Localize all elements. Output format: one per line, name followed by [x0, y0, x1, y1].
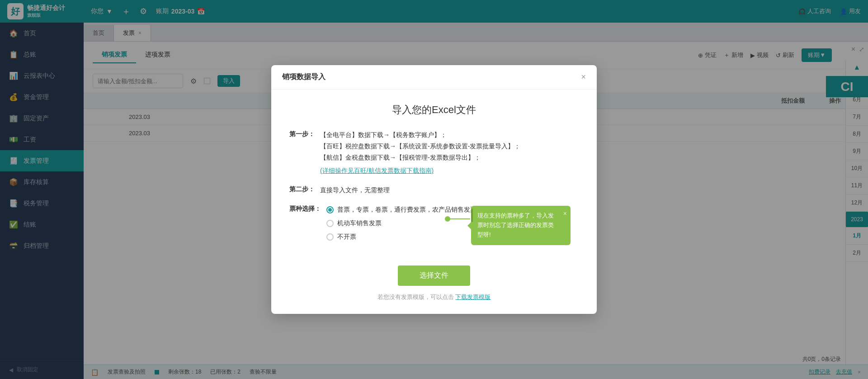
tooltip-container: 现在支持的票种多了，导入发票时别忘了选择正确的发票类型呀! ×: [471, 206, 571, 245]
radio-option-1[interactable]: 普票，专票，卷票，通行费发票，农产品销售发票: [326, 206, 476, 214]
tooltip-bar: [471, 208, 473, 222]
modal-title: 销项数据导入: [282, 72, 326, 82]
step2-label: 第二步：: [289, 185, 315, 194]
step1-line1: 【全电平台】数据下载→【税务数字账户】；: [320, 129, 520, 141]
radio-circle-1: [326, 206, 334, 213]
modal-close-button[interactable]: ×: [581, 72, 586, 82]
modal-main-title: 导入您的Excel文件: [289, 103, 579, 117]
radio-dot-1: [328, 208, 332, 212]
import-modal: 销项数据导入 × 导入您的Excel文件 第一步： 【全电平台】数据下载→【税务…: [271, 65, 597, 314]
ticket-selection-row: 票种选择： 普票，专票，卷票，通行费发票，农产品销售发票 机动车销售发票: [289, 204, 579, 246]
step1-row: 第一步： 【全电平台】数据下载→【税务数字账户】； 【百旺】税控盘数据下载→【系…: [289, 129, 579, 177]
tooltip-close-button[interactable]: ×: [563, 208, 567, 218]
tooltip-dot: [445, 216, 450, 222]
modal-body: 导入您的Excel文件 第一步： 【全电平台】数据下载→【税务数字账户】； 【百…: [271, 90, 597, 266]
modal-overlay: 销项数据导入 × 导入您的Excel文件 第一步： 【全电平台】数据下载→【税务…: [0, 0, 868, 379]
step1-line3: 【航信】金税盘数据下载→【报税管理-发票数据导出】；: [320, 152, 520, 163]
tooltip-bubble: 现在支持的票种多了，导入发票时别忘了选择正确的发票类型呀! ×: [471, 206, 571, 245]
step1-label: 第一步：: [289, 130, 315, 138]
radio-option-3[interactable]: 不开票: [326, 233, 476, 241]
tooltip-line: [448, 218, 470, 219]
radio-circle-2: [326, 220, 334, 227]
step1-line2: 【百旺】税控盘数据下载→【系统设置-系统参数设置-发票批量导入】；: [320, 141, 520, 152]
radio-option-2[interactable]: 机动车销售发票 现在支持的票种多了，导入发票时别忘了选择正确的发票类型呀! ×: [326, 219, 476, 227]
step2-row: 第二步： 直接导入文件，无需整理: [289, 185, 579, 196]
radio-circle-3: [326, 233, 334, 241]
modal-header: 销项数据导入 ×: [271, 65, 597, 90]
radio-group: 普票，专票，卷票，通行费发票，农产品销售发票 机动车销售发票: [326, 206, 476, 246]
download-tip: 若您没有发票模版，可以点击 下载发票模版: [289, 293, 579, 301]
step1-guide-link[interactable]: (详细操作见百旺/航信发票数据下载指南): [320, 167, 434, 174]
download-template-link[interactable]: 下载发票模版: [455, 294, 491, 300]
tooltip-arrow: [467, 222, 471, 229]
select-file-button[interactable]: 选择文件: [398, 265, 470, 286]
step1-content: 【全电平台】数据下载→【税务数字账户】； 【百旺】税控盘数据下载→【系统设置-系…: [320, 129, 520, 177]
modal-footer: 选择文件 若您没有发票模版，可以点击 下载发票模版: [271, 265, 597, 314]
ticket-label: 票种选择：: [289, 205, 321, 213]
step2-content: 直接导入文件，无需整理: [320, 185, 390, 196]
